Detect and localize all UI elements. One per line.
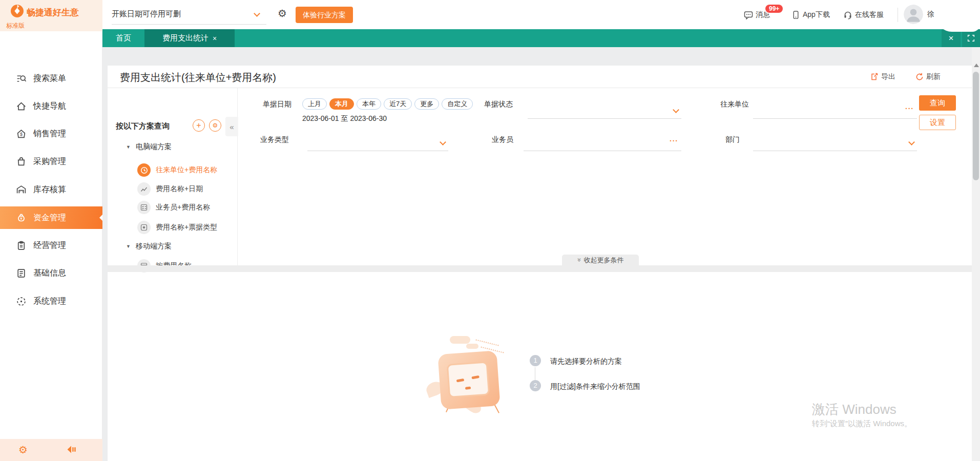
date-range-value[interactable]: 2023-06-01 至 2023-06-30 xyxy=(302,113,387,124)
partner-filter-label: 往来单位 xyxy=(720,98,749,110)
trial-plan-button[interactable]: 体验行业方案 xyxy=(296,7,353,23)
scrollbar-up-arrow[interactable] xyxy=(974,64,979,67)
tree-group-desktop[interactable]: ▼ 电脑端方案 xyxy=(126,141,172,153)
sales-icon: $ xyxy=(16,129,27,139)
sidebar-item-quick-nav[interactable]: 快捷导航 xyxy=(0,95,102,117)
sidebar-item-label: 销售管理 xyxy=(33,129,66,139)
tree-item-expense-date[interactable]: 费用名称+日期 xyxy=(137,182,203,196)
chevron-down-icon xyxy=(673,107,679,113)
step-1-badge: 1 xyxy=(530,355,541,366)
tabs-close-all-button[interactable]: × xyxy=(942,29,961,47)
system-dashed-circle-icon xyxy=(16,296,27,307)
windows-activation-watermark: 激活 Windows xyxy=(812,401,896,418)
sidebar-item-system[interactable]: 系统管理 xyxy=(0,290,102,312)
sidebar-footer: ⚙ xyxy=(0,439,102,461)
partner-filter-input[interactable]: ··· xyxy=(753,103,917,119)
tree-item-salesman-expense[interactable]: 业务员+费用名称 xyxy=(137,200,210,215)
page-title-row: 费用支出统计(往来单位+费用名称) 导出 刷新 xyxy=(108,66,972,88)
sound-mute-icon[interactable] xyxy=(66,445,76,454)
sidebar-item-basic-info[interactable]: 基础信息 xyxy=(0,262,102,284)
checklist-icon xyxy=(137,201,151,214)
sidebar-item-inventory[interactable]: 库存核算 xyxy=(0,178,102,201)
gear-icon: ⚙ xyxy=(213,122,218,129)
export-label: 导出 xyxy=(881,72,895,81)
sidebar-item-operations[interactable]: 经营管理 xyxy=(0,234,102,257)
salesman-filter-input[interactable]: ··· xyxy=(524,136,681,151)
tab-close-icon[interactable]: × xyxy=(213,34,217,43)
sidebar-item-sales[interactable]: $ 销售管理 xyxy=(0,122,102,145)
screenshot-artifact-blob xyxy=(936,2,980,32)
messages-badge: 99+ xyxy=(765,5,783,13)
windows-activation-watermark-sub: 转到“设置”以激活 Windows。 xyxy=(812,419,912,429)
sidebar-item-search-menu[interactable]: 搜索菜单 xyxy=(0,67,102,90)
settings-button[interactable]: 设置 xyxy=(919,115,956,130)
biztype-filter-input[interactable] xyxy=(307,136,448,151)
search-menu-icon xyxy=(16,73,27,84)
message-icon xyxy=(744,10,753,19)
tree-group-mobile[interactable]: ▼ 移动端方案 xyxy=(126,241,172,252)
tab-home[interactable]: 首页 xyxy=(102,29,144,47)
footer-gear-icon[interactable]: ⚙ xyxy=(18,444,28,456)
app-download-button[interactable]: App下载 xyxy=(791,9,830,20)
sidebar-item-label: 快捷导航 xyxy=(33,101,66,112)
empty-state-mascot xyxy=(437,350,500,410)
collapse-more-conditions[interactable]: « 收起更多条件 xyxy=(562,255,639,265)
header-gear-icon[interactable]: ⚙ xyxy=(278,8,287,18)
account-period-select[interactable]: 开账日期可停用可删 xyxy=(112,5,266,25)
sidebar-item-purchase[interactable]: 采购管理 xyxy=(0,150,102,173)
cloud-shape xyxy=(450,336,470,344)
add-scheme-button[interactable]: + xyxy=(193,119,205,132)
pill-custom[interactable]: 自定义 xyxy=(442,98,473,110)
refresh-label: 刷新 xyxy=(926,72,941,81)
warehouse-icon xyxy=(16,184,27,195)
pill-this-year[interactable]: 本年 xyxy=(357,98,381,110)
collapse-more-label: 收起更多条件 xyxy=(584,256,624,265)
fullscreen-button[interactable] xyxy=(962,29,980,47)
ellipsis-picker-icon[interactable]: ··· xyxy=(905,104,914,113)
page-title: 费用支出统计(往来单位+费用名称) xyxy=(120,71,276,85)
tab-bar: 首页 费用支出统计 × × xyxy=(102,29,980,47)
collapse-panel-button[interactable]: « xyxy=(225,117,238,136)
biztype-filter-label: 业务类型 xyxy=(260,134,289,145)
tab-home-label: 首页 xyxy=(116,33,131,43)
online-service-button[interactable]: 在线客服 xyxy=(843,9,884,20)
pill-this-month[interactable]: 本月 xyxy=(329,98,354,110)
tree-item-partner-expense[interactable]: 往来单位+费用名称 xyxy=(137,163,217,177)
header-divider xyxy=(898,8,898,22)
refresh-button[interactable]: 刷新 xyxy=(915,72,941,81)
top-header: 畅捷通好生意 标准版 开账日期可停用可删 ⚙ 体验行业方案 消息 99+ App… xyxy=(0,0,980,29)
chevrons-up-icon: « xyxy=(575,258,582,262)
scrollbar-thumb[interactable] xyxy=(973,72,979,180)
tree-item-label: 费用名称+日期 xyxy=(156,184,203,194)
sidebar-item-label: 基础信息 xyxy=(33,268,66,279)
status-filter-input[interactable] xyxy=(528,103,681,119)
chevron-down-icon xyxy=(254,10,260,17)
step-connector xyxy=(535,367,535,381)
cloud-shape xyxy=(466,344,478,349)
tab-expense-stats[interactable]: 费用支出统计 × xyxy=(144,29,235,47)
dept-filter-input[interactable] xyxy=(753,136,917,151)
sidebar-item-label: 库存核算 xyxy=(33,184,66,195)
tree-item-expense-billtype[interactable]: 费用名称+票据类型 xyxy=(137,220,217,235)
export-button[interactable]: 导出 xyxy=(870,72,895,81)
scheme-settings-button[interactable]: ⚙ xyxy=(209,119,221,132)
pill-last-month[interactable]: 上月 xyxy=(302,98,327,110)
online-service-label: 在线客服 xyxy=(855,10,884,19)
dotted-line xyxy=(475,339,498,346)
ellipsis-picker-icon[interactable]: ··· xyxy=(670,137,678,145)
headset-icon xyxy=(843,10,852,19)
money-bag-icon: ¥ xyxy=(16,213,27,223)
avatar[interactable] xyxy=(904,5,923,24)
sidebar-item-funds[interactable]: ¥ 资金管理 xyxy=(0,206,102,229)
pill-more[interactable]: 更多 xyxy=(414,98,439,110)
collapse-left-icon: « xyxy=(230,122,234,131)
person-icon xyxy=(904,5,923,24)
pill-last-7-days[interactable]: 近7天 xyxy=(384,98,412,110)
step-2-badge: 2 xyxy=(530,380,541,391)
scheme-panel-title: 按以下方案查询 xyxy=(116,121,170,131)
export-icon xyxy=(870,73,879,81)
sidebar-item-label: 资金管理 xyxy=(33,213,66,223)
caret-down-icon: ▼ xyxy=(126,144,131,150)
query-button[interactable]: 查询 xyxy=(919,95,956,111)
purchase-bag-icon xyxy=(16,156,27,167)
